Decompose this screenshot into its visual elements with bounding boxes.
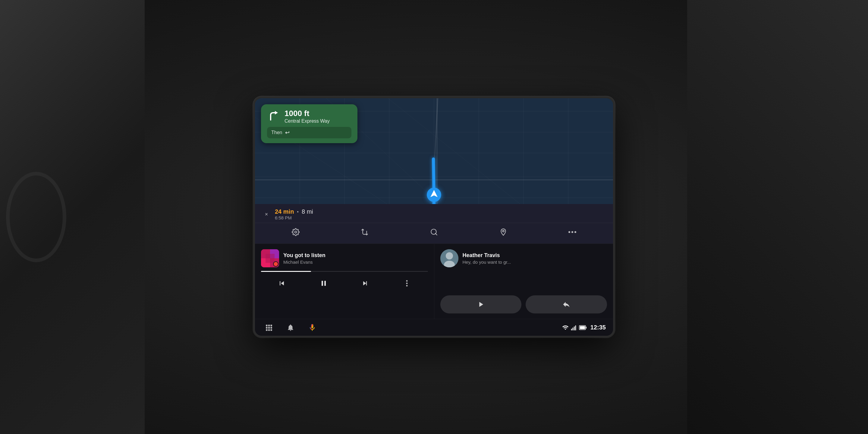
progress-fill xyxy=(261,271,311,272)
reply-message-button[interactable] xyxy=(526,296,607,313)
svg-rect-38 xyxy=(268,324,270,326)
status-icons xyxy=(562,324,587,331)
svg-point-25 xyxy=(571,231,573,233)
album-art xyxy=(261,249,279,267)
svg-rect-48 xyxy=(574,327,575,330)
svg-rect-41 xyxy=(268,327,270,328)
music-title: You got to listen xyxy=(283,252,428,258)
search-icon xyxy=(430,228,438,236)
message-preview: Hey, do you want to gr... xyxy=(463,259,607,265)
next-button[interactable] xyxy=(358,276,373,290)
settings-button[interactable] xyxy=(288,225,303,239)
svg-rect-49 xyxy=(575,325,576,330)
map-section[interactable]: 1000 ft Central Express Way Then ↩ × 24 … xyxy=(255,98,613,244)
trip-info-row: × 24 min • 8 mi 6:58 PM xyxy=(255,204,613,223)
play-message-button[interactable] xyxy=(440,296,522,313)
signal-icon xyxy=(570,324,577,331)
message-text-area: Heather Travis Hey, do you want to gr... xyxy=(463,252,607,265)
message-info: Heather Travis Hey, do you want to gr... xyxy=(440,249,607,267)
routes-button[interactable] xyxy=(358,225,372,239)
nav-street: Central Express Way xyxy=(284,119,351,124)
bottom-section: You got to listen Michael Evans xyxy=(255,244,613,319)
wifi-icon xyxy=(562,324,569,331)
more-button[interactable] xyxy=(565,225,580,239)
svg-rect-51 xyxy=(586,327,587,329)
svg-rect-43 xyxy=(266,329,267,331)
battery-icon xyxy=(579,324,587,331)
svg-marker-21 xyxy=(275,111,278,115)
trip-separator: • xyxy=(297,209,299,215)
navigation-card: 1000 ft Central Express Way Then ↩ xyxy=(261,104,358,143)
mic-icon xyxy=(308,323,316,332)
routes-icon xyxy=(361,228,369,236)
music-more-icon xyxy=(406,280,408,287)
nav-then-row: Then ↩ xyxy=(267,127,351,138)
playing-badge xyxy=(273,261,278,267)
music-card: You got to listen Michael Evans xyxy=(255,244,434,319)
status-time: 12:35 xyxy=(590,324,606,331)
svg-point-23 xyxy=(502,230,504,232)
nav-text: 1000 ft Central Express Way xyxy=(284,109,351,124)
prev-button[interactable] xyxy=(275,276,289,290)
trip-arrival: 6:58 PM xyxy=(275,215,607,220)
next-icon xyxy=(361,279,370,287)
message-actions xyxy=(440,291,607,313)
car-interior-right xyxy=(687,0,868,434)
status-right: 12:35 xyxy=(562,324,606,331)
svg-point-26 xyxy=(575,231,576,233)
progress-bar xyxy=(261,271,428,272)
close-trip-button[interactable]: × xyxy=(261,209,272,220)
play-message-icon xyxy=(476,300,485,309)
music-controls xyxy=(261,274,428,293)
trip-actions xyxy=(255,223,613,244)
bell-icon xyxy=(287,324,294,332)
svg-rect-39 xyxy=(270,324,272,326)
search-button[interactable] xyxy=(427,225,441,239)
notifications-button[interactable] xyxy=(284,321,297,334)
grid-button[interactable] xyxy=(262,321,276,334)
svg-point-35 xyxy=(446,252,453,259)
svg-point-32 xyxy=(406,283,408,284)
avatar-image xyxy=(440,249,458,267)
trip-time: 24 min xyxy=(275,208,294,215)
nav-then-label: Then xyxy=(271,130,282,135)
svg-point-24 xyxy=(568,231,570,233)
more-icon xyxy=(568,231,576,233)
svg-rect-45 xyxy=(270,329,272,331)
turn-arrow-icon xyxy=(268,110,280,122)
pin-icon xyxy=(499,228,507,236)
svg-rect-52 xyxy=(580,326,585,329)
turn-icon xyxy=(267,110,280,123)
settings-icon xyxy=(292,228,300,236)
svg-rect-42 xyxy=(270,327,272,328)
svg-rect-47 xyxy=(572,328,573,330)
nav-then-icon: ↩ xyxy=(285,129,290,136)
svg-rect-46 xyxy=(571,329,572,330)
message-card: Heather Travis Hey, do you want to gr... xyxy=(434,244,613,319)
device-frame: 1000 ft Central Express Way Then ↩ × 24 … xyxy=(253,96,615,338)
status-bar: 12:35 xyxy=(255,319,613,336)
svg-rect-30 xyxy=(266,254,275,263)
message-sender: Heather Travis xyxy=(463,252,607,258)
pause-button[interactable] xyxy=(316,276,331,290)
svg-rect-44 xyxy=(268,329,270,331)
pin-button[interactable] xyxy=(496,225,510,239)
music-more-button[interactable] xyxy=(400,276,414,290)
reply-icon xyxy=(562,300,570,309)
pause-icon xyxy=(319,279,328,287)
steering-wheel-hint xyxy=(6,172,66,262)
status-left xyxy=(262,321,319,334)
svg-point-33 xyxy=(406,285,408,287)
music-artist: Michael Evans xyxy=(283,259,428,265)
contact-avatar xyxy=(440,249,458,267)
svg-rect-40 xyxy=(266,327,267,328)
music-info: You got to listen Michael Evans xyxy=(261,249,428,267)
microphone-button[interactable] xyxy=(306,321,319,334)
trip-distance: 8 mi xyxy=(302,208,313,215)
grid-icon xyxy=(265,324,273,332)
nav-distance: 1000 ft xyxy=(284,109,351,118)
prev-icon xyxy=(278,279,286,287)
car-interior-left xyxy=(0,0,145,434)
trip-card: × 24 min • 8 mi 6:58 PM xyxy=(255,204,613,244)
trip-details: 24 min • 8 mi 6:58 PM xyxy=(275,208,607,220)
